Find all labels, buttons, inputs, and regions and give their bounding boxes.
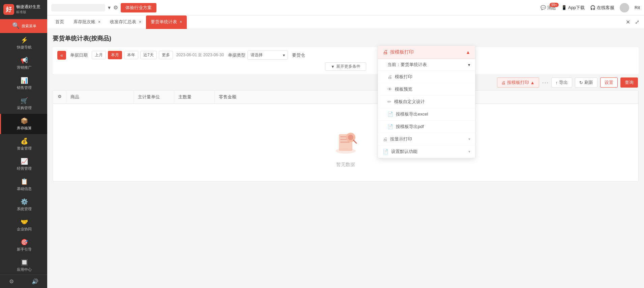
topbar-search-input[interactable] — [51, 4, 105, 11]
print-template-btn[interactable]: 🖨 按模板打印 ▲ — [497, 77, 539, 88]
expand-window-btn[interactable]: ⤢ — [634, 18, 641, 27]
dropdown-item-template-design[interactable]: ✏ 模板自定义设计 — [378, 96, 475, 108]
export-pdf-label: 按模板导出pdf — [396, 124, 424, 130]
dropdown-up-arrow: ▲ — [466, 50, 470, 55]
close-window-btn[interactable]: ✕ — [624, 18, 632, 27]
dropdown-item-template-preview[interactable]: 👁 模板预览 — [378, 83, 475, 96]
quick-nav-icon: ⚡ — [21, 36, 28, 44]
export-btn[interactable]: ↑ 导出 — [551, 77, 573, 88]
sidebar-item-finance[interactable]: 💰 资金管理 — [0, 134, 47, 154]
sidebar-item-basic[interactable]: 📋 基础信息 — [0, 174, 47, 195]
tab-batch-accounts-close[interactable]: × — [98, 20, 100, 24]
app-version: 标准版 — [16, 10, 40, 14]
display-print-label: 按显示打印 — [390, 136, 412, 142]
expand-more-btn[interactable]: ▼ 展开更多条件 — [325, 62, 366, 71]
type-select-arrow: ▾ — [283, 53, 285, 58]
date-btn-last-month[interactable]: 上月 — [92, 51, 106, 59]
topbar: ▾ ⚙ 体验行业方案 💬 消息 99+ 📱 App下载 🎧 在线客服 Rit — [47, 0, 644, 15]
dropdown-close-btn[interactable]: ▲ — [466, 50, 470, 55]
default-func-label: 设置默认功能 — [391, 149, 417, 155]
sidebar-inventory-label: 库存核算 — [17, 126, 32, 131]
sidebar-footer: ⚙ 🔊 — [0, 275, 47, 288]
date-btn-this-year[interactable]: 本年 — [124, 51, 138, 59]
topbar-right: 💬 消息 99+ 📱 App下载 🎧 在线客服 Rit — [540, 3, 640, 12]
more-options-icon[interactable]: ⋯ — [542, 78, 549, 87]
svg-point-6 — [348, 135, 353, 140]
topbar-gear-icon[interactable]: ⚙ — [113, 4, 118, 11]
dropdown-current-label: 当前：要货单统计表 — [387, 62, 427, 68]
sidebar-item-newbie[interactable]: 🎯 新手引导 — [0, 235, 47, 255]
default-func-left: 📄 设置默认功能 — [383, 149, 417, 155]
page-content: 要货单统计表(按商品) « 单据日期 上月 本月 本年 近7天 更多 2023-… — [47, 29, 644, 288]
tab-order-stats[interactable]: 要货单统计表 × — [146, 15, 187, 29]
sidebar-item-purchase[interactable]: 🛒 采购管理 — [0, 94, 47, 114]
dropdown-print-icon: 🖨 — [383, 49, 388, 55]
settings-label: 设置 — [605, 79, 613, 86]
expand-more-row: ▼ 展开更多条件 — [57, 62, 634, 71]
topbar-dropdown-icon[interactable]: ▾ — [108, 4, 111, 11]
dropdown-section-default-func[interactable]: 📄 设置默认功能 ▾ — [378, 146, 475, 158]
search-icon: 🔍 — [12, 22, 20, 29]
filter-card: « 单据日期 上月 本月 本年 近7天 更多 2023-06-01 至 2023… — [53, 47, 639, 74]
app-center-icon: 🔲 — [21, 259, 28, 266]
date-btn-7-days[interactable]: 近7天 — [140, 51, 157, 59]
user-avatar[interactable] — [620, 3, 629, 12]
type-select-box[interactable]: 请选择 ▾ — [247, 51, 288, 60]
sidebar-enterprise-label: 企业协同 — [17, 227, 32, 232]
refresh-btn[interactable]: ↻ 刷新 — [575, 77, 597, 88]
action-bar-right: 🖨 按模板打印 ▲ ⋯ ↑ 导出 ↻ 刷新 设置 查询 — [497, 77, 638, 88]
app-download-btn[interactable]: 📱 App下载 — [561, 5, 585, 11]
sidebar-item-sales[interactable]: 📊 销售管理 — [0, 73, 47, 94]
display-print-left: 🖨 按显示打印 — [383, 136, 412, 142]
export-excel-label: 按模板导出excel — [396, 111, 428, 117]
sidebar-system-label: 系统管理 — [17, 206, 32, 212]
dropdown-current-template[interactable]: 当前：要货单统计表 ▾ — [378, 59, 475, 71]
sidebar-speaker-btn[interactable]: 🔊 — [32, 278, 38, 285]
operations-icon: 📈 — [21, 158, 28, 165]
sidebar-item-quick-nav[interactable]: ⚡ 快捷导航 — [0, 33, 47, 53]
date-filter-label: 单据日期 — [70, 52, 88, 58]
template-design-icon: ✏ — [387, 99, 391, 104]
system-icon: ⚙️ — [21, 198, 28, 205]
tab-order-stats-close[interactable]: × — [180, 20, 182, 24]
sidebar-app-center-label: 应用中心 — [17, 267, 32, 272]
username-label: Rit — [635, 5, 640, 10]
tab-receivables-summary-close[interactable]: × — [139, 20, 141, 24]
dropdown-item-template-print[interactable]: 🖨 模板打印 — [378, 71, 475, 83]
tab-home[interactable]: 首页 — [51, 15, 69, 29]
sidebar-item-marketing[interactable]: 📢 营销推广 — [0, 53, 47, 73]
th-settings[interactable]: ⚙ — [53, 91, 66, 103]
tab-batch-accounts[interactable]: 库存批次账 × — [69, 15, 105, 29]
data-table: ⚙ 商品 主计量单位 主数量 零售金额 暂无数据 — [53, 90, 639, 182]
sidebar-nav: 🔍 搜索菜单 ⚡ 快捷导航 📢 营销推广 📊 销售管理 🛒 采购管理 📦 库存核… — [0, 19, 47, 275]
tabs-bar: 首页 库存批次账 × 收发存汇总表 × 要货单统计表 × ✕ ⤢ — [47, 15, 644, 29]
sidebar-purchase-label: 采购管理 — [17, 105, 32, 110]
dropdown-section-display-print[interactable]: 🖨 按显示打印 ▾ — [378, 133, 475, 146]
dropdown-item-export-pdf[interactable]: 📄 按模板导出pdf — [378, 121, 475, 133]
online-service-btn[interactable]: 🎧 在线客服 — [590, 5, 614, 11]
type-select-value: 请选择 — [251, 52, 263, 58]
sidebar-item-enterprise[interactable]: 🤝 企业协同 — [0, 215, 47, 235]
sidebar-item-inventory[interactable]: 📦 库存核算 — [0, 114, 47, 134]
sidebar-settings-btn[interactable]: ⚙ — [9, 278, 14, 285]
sidebar-basic-label: 基础信息 — [17, 186, 32, 191]
tab-receivables-summary[interactable]: 收发存汇总表 × — [105, 15, 146, 29]
template-preview-icon: 👁 — [387, 87, 392, 92]
sidebar-item-app-center[interactable]: 🔲 应用中心 — [0, 255, 47, 275]
trial-btn[interactable]: 体验行业方案 — [121, 3, 156, 12]
dropdown-item-export-excel[interactable]: 📄 按模板导出excel — [378, 108, 475, 121]
basic-icon: 📋 — [21, 178, 28, 185]
date-btn-more[interactable]: 更多 — [159, 51, 173, 59]
sidebar-item-operations[interactable]: 📈 经营管理 — [0, 154, 47, 174]
sidebar-item-system[interactable]: ⚙️ 系统管理 — [0, 195, 47, 215]
print-icon: 🖨 — [501, 80, 506, 85]
message-btn[interactable]: 💬 消息 99+ — [540, 5, 556, 11]
sidebar-item-search[interactable]: 🔍 搜索菜单 — [0, 19, 47, 33]
newbie-icon: 🎯 — [21, 238, 28, 246]
query-btn[interactable]: 查询 — [620, 77, 638, 88]
sidebar-newbie-label: 新手引导 — [17, 247, 32, 252]
date-btn-this-month[interactable]: 本月 — [108, 51, 122, 59]
filter-expand-btn[interactable]: « — [57, 51, 66, 60]
action-bar: 🖨 按模板打印 ▲ ⋯ ↑ 导出 ↻ 刷新 设置 查询 — [53, 77, 639, 88]
settings-btn[interactable]: 设置 — [600, 77, 618, 88]
